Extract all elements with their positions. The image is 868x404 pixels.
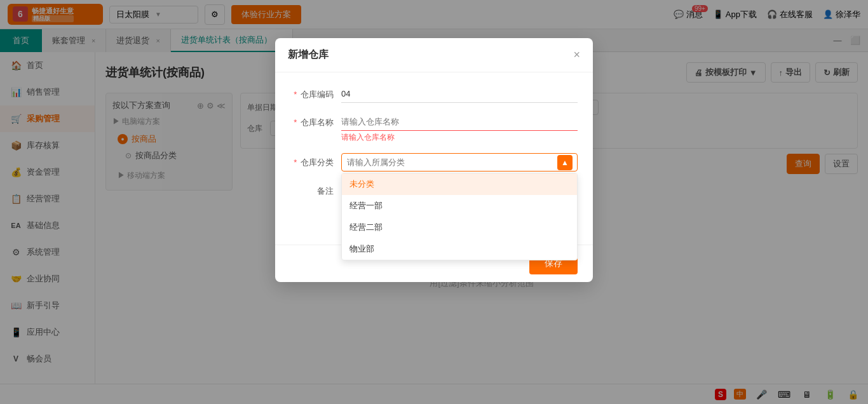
- new-warehouse-modal: 新增仓库 × * 仓库编码 * 仓库名称: [275, 38, 593, 282]
- warehouse-code-input[interactable]: [341, 85, 578, 103]
- category-dropdown: 未分类 经营一部 经营二部 物业部: [341, 173, 578, 260]
- dropdown-item-property[interactable]: 物业部: [342, 238, 577, 260]
- dropdown-item-dept2[interactable]: 经营二部: [342, 217, 577, 238]
- name-error-msg: 请输入仓库名称: [341, 132, 578, 143]
- required-star-cat: *: [294, 158, 297, 167]
- code-label: * 仓库编码: [290, 85, 341, 100]
- required-star: *: [294, 90, 297, 99]
- notes-label-text: 备注: [317, 186, 334, 196]
- dropdown-item-unclassified[interactable]: 未分类: [342, 173, 577, 195]
- warehouse-name-input[interactable]: [341, 113, 578, 131]
- modal-header: 新增仓库 ×: [275, 38, 593, 72]
- modal-overlay: 新增仓库 × * 仓库编码 * 仓库名称: [0, 0, 868, 404]
- code-label-text: 仓库编码: [301, 90, 334, 99]
- category-toggle-button[interactable]: ▲: [557, 155, 573, 170]
- dropdown-item-dept1[interactable]: 经营一部: [342, 195, 577, 217]
- warehouse-category-row: * 仓库分类 ▲ 未分类 经营一部 经营二部 物业部: [290, 153, 578, 172]
- category-control: ▲ 未分类 经营一部 经营二部 物业部: [341, 153, 578, 172]
- name-label: * 仓库名称: [290, 113, 341, 128]
- name-control: 请输入仓库名称: [341, 113, 578, 143]
- modal-body: * 仓库编码 * 仓库名称 请输入仓库名称: [275, 72, 593, 245]
- category-input[interactable]: [341, 153, 578, 172]
- category-label-text: 仓库分类: [301, 158, 334, 167]
- category-label: * 仓库分类: [290, 153, 341, 168]
- category-input-wrapper: ▲ 未分类 经营一部 经营二部 物业部: [341, 153, 578, 172]
- required-star-name: *: [294, 118, 297, 127]
- modal-close-button[interactable]: ×: [573, 48, 580, 62]
- warehouse-name-row: * 仓库名称 请输入仓库名称: [290, 113, 578, 143]
- notes-label: 备注: [290, 182, 341, 197]
- warehouse-code-row: * 仓库编码: [290, 85, 578, 103]
- code-control: [341, 85, 578, 103]
- name-label-text: 仓库名称: [301, 118, 334, 127]
- modal-title: 新增仓库: [288, 48, 329, 62]
